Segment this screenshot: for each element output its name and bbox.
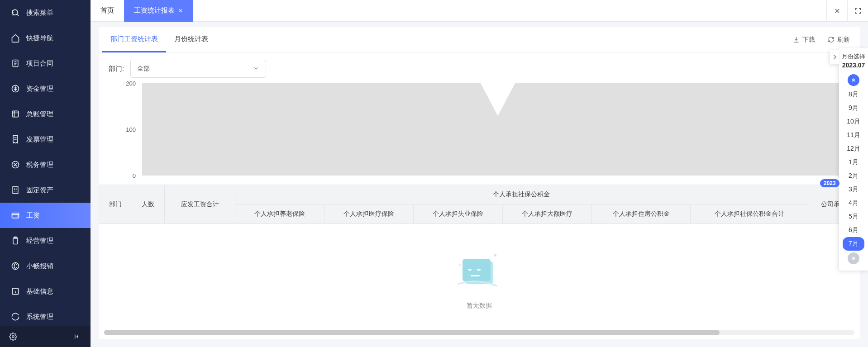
building-icon [11, 185, 20, 195]
subtab-month-stats[interactable]: 月份统计表 [166, 27, 216, 52]
refresh-icon [11, 312, 20, 321]
dock-month[interactable]: 12月 [843, 142, 864, 156]
panel: 部门工资统计表月份统计表 下载 刷新 部门: 全部 [99, 27, 860, 339]
tax-icon [11, 160, 20, 169]
dock-month[interactable]: 3月 [843, 183, 864, 196]
main: 首页工资统计报表✕ 部门工资统计表月份统计表 下载 [91, 0, 868, 347]
sidebar-item-fund-mgmt[interactable]: 资金管理 [0, 76, 91, 101]
month-dock: 月份选择 2023.07 8月9月10月11月12月1月2月3月4月5月6月7月… [839, 48, 868, 271]
tab-label: 工资统计报表 [134, 6, 175, 15]
filters: 部门: 全部 [99, 52, 860, 81]
table-col-header: 人数 [132, 185, 165, 224]
horizontal-scrollbar[interactable] [104, 330, 854, 335]
svg-rect-5 [13, 187, 18, 194]
dept-select[interactable]: 全部 [130, 60, 266, 78]
ledger-icon [11, 109, 20, 119]
download-label: 下载 [802, 36, 815, 44]
subtab-label: 月份统计表 [174, 35, 208, 43]
table-col-header: 个人承担住房公积金 [592, 204, 691, 224]
coin-icon [11, 84, 20, 93]
receipt-icon [11, 135, 20, 144]
sidebar-item-gl-mgmt[interactable]: 总账管理 [0, 101, 91, 127]
chart-ytick: 0 [109, 172, 136, 179]
refresh-button[interactable]: 刷新 [821, 36, 856, 44]
empty-illustration-icon [450, 242, 509, 294]
chart-ytick: 200 [109, 80, 136, 87]
sidebar-item-label: 固定资产 [26, 186, 53, 195]
tab-salary-report[interactable]: 工资统计报表✕ [124, 0, 193, 22]
svg-rect-15 [468, 269, 472, 271]
sidebar-item-base-info[interactable]: 基础信息 [0, 279, 91, 304]
chart-ytick: 100 [109, 126, 136, 133]
sidebar-item-salary[interactable]: 工资 [0, 203, 91, 228]
dock-year-badge: 2023 [820, 179, 839, 187]
dock-month[interactable]: 4月 [843, 196, 864, 210]
sidebar-item-fixed-assets[interactable]: 固定资产 [0, 177, 91, 203]
subtab-label: 部门工资统计表 [110, 35, 158, 43]
settings-icon[interactable] [9, 333, 17, 341]
sidebar-item-project-contract[interactable]: 项目合同 [0, 51, 91, 76]
cbadge-icon [11, 261, 20, 271]
dock-month[interactable]: 8月 [843, 88, 864, 101]
home-icon [11, 33, 20, 43]
sidebar-item-label: 搜索菜单 [26, 9, 53, 17]
dock-month[interactable]: 5月 [843, 210, 864, 223]
sidebar-item-tax-mgmt[interactable]: 税务管理 [0, 152, 91, 177]
sidebar-item-label: 项目合同 [26, 59, 53, 68]
tab-home[interactable]: 首页 [91, 0, 124, 22]
dock-month[interactable]: 11月 [843, 128, 864, 142]
clipboard-icon [11, 236, 20, 245]
table-col-header: 个人承担失业保险 [414, 204, 503, 224]
close-icon[interactable]: ✕ [178, 8, 183, 14]
svg-rect-3 [12, 111, 18, 117]
sidebar-item-system-mgmt[interactable]: 系统管理 [0, 304, 91, 326]
close-all-tabs-button[interactable] [826, 0, 847, 21]
sidebar-bottom [0, 326, 91, 347]
table-empty-text: 暂无数据 [467, 302, 492, 310]
sidebar-item-biz-mgmt[interactable]: 经营管理 [0, 228, 91, 253]
sidebar-item-search-menu[interactable]: 搜索菜单 [0, 0, 91, 25]
dock-month[interactable]: 7月 [843, 237, 864, 251]
dock-month[interactable]: 6月 [843, 223, 864, 237]
table-col-header: 部门 [99, 185, 132, 224]
subtab-dept-salary[interactable]: 部门工资统计表 [102, 27, 166, 52]
dock-month[interactable]: 9月 [843, 101, 864, 115]
sidebar-item-label: 小畅报销 [26, 262, 53, 271]
dock-month[interactable]: 10月 [843, 115, 864, 128]
svg-point-18 [494, 254, 496, 257]
table-col-header: 个人承担社保公积金合计 [691, 204, 808, 224]
sidebar-item-xiaochang[interactable]: 小畅报销 [0, 253, 91, 279]
sidebar-item-invoice-mgmt[interactable]: 发票管理 [0, 127, 91, 152]
dock-collapse-button[interactable] [830, 50, 839, 64]
table: 部门人数应发工资合计个人承担社保公积金公司承担个人承担养老保险个人承担医疗保险个… [99, 185, 860, 339]
table-group-header: 个人承担社保公积金 [235, 185, 808, 204]
dock-month[interactable]: 1月 [843, 156, 864, 169]
dock-prev-button[interactable] [848, 74, 859, 86]
svg-rect-12 [75, 335, 76, 339]
download-button[interactable]: 下载 [787, 36, 821, 44]
dock-next-button[interactable] [848, 252, 859, 264]
table-col-header: 个人承担养老保险 [235, 204, 324, 224]
svg-rect-14 [463, 259, 491, 281]
doc-icon [11, 59, 20, 68]
svg-point-11 [12, 336, 14, 338]
sidebar-item-label: 资金管理 [26, 85, 53, 93]
sidebar-item-label: 工资 [26, 211, 40, 220]
sidebar-item-label: 系统管理 [26, 313, 53, 321]
dock-month[interactable]: 2月 [843, 169, 864, 183]
sidebar-item-label: 总账管理 [26, 110, 53, 119]
chevron-down-icon [253, 65, 259, 73]
topbar: 首页工资统计报表✕ [91, 0, 868, 22]
content: 部门工资统计表月份统计表 下载 刷新 部门: 全部 [91, 22, 868, 347]
sidebar-item-quick-nav[interactable]: 快捷导航 [0, 25, 91, 51]
dock-title: 月份选择 [842, 51, 865, 62]
sidebar-item-label: 经营管理 [26, 237, 53, 245]
dock-current: 2023.07 [842, 62, 865, 72]
sidebar-item-label: 基础信息 [26, 287, 53, 296]
svg-rect-6 [12, 213, 19, 218]
dept-select-value: 全部 [137, 65, 150, 73]
fullscreen-button[interactable] [847, 0, 868, 21]
collapse-sidebar-icon[interactable] [73, 333, 81, 341]
wallet-icon [11, 211, 20, 220]
sidebar-item-label: 发票管理 [26, 135, 53, 144]
